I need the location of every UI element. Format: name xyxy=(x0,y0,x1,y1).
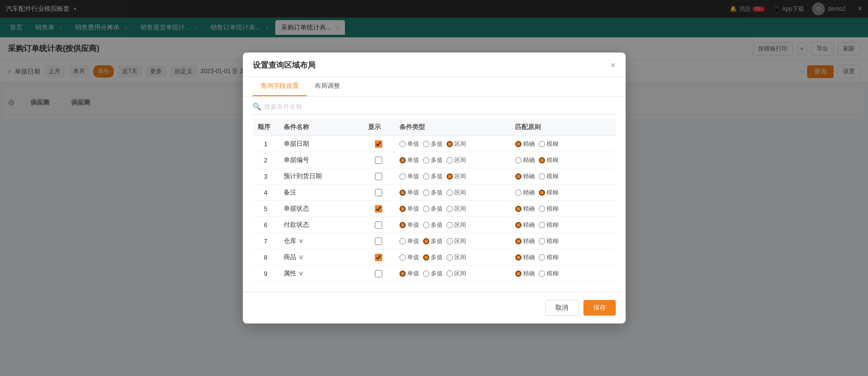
match-option-模糊-9[interactable]: 模糊 xyxy=(539,286,558,286)
row-type-5: 单值多值区间 xyxy=(395,217,510,233)
display-checkbox-3[interactable] xyxy=(375,189,382,196)
display-checkbox-6[interactable] xyxy=(375,238,382,245)
type-option-单值-9[interactable]: 单值 xyxy=(399,286,419,286)
display-checkbox-0[interactable] xyxy=(375,140,382,148)
match-option-模糊-2[interactable]: 模糊 xyxy=(539,172,558,181)
row-name-4: 单据状态 xyxy=(279,201,363,217)
display-checkbox-5[interactable] xyxy=(375,221,382,229)
type-option-区间-2[interactable]: 区间 xyxy=(447,172,466,181)
th-match: 匹配原则 xyxy=(510,119,616,136)
match-option-模糊-7[interactable]: 模糊 xyxy=(539,253,558,262)
row-name-3: 备注 xyxy=(279,185,363,201)
type-option-单值-6[interactable]: 单值 xyxy=(399,237,419,245)
table-row: 8商品 ∨单值多值区间精确模糊 xyxy=(253,249,616,266)
row-match-4: 精确模糊 xyxy=(510,201,616,217)
type-option-单值-2[interactable]: 单值 xyxy=(399,172,419,181)
row-name-2: 预计到货日期 xyxy=(279,168,363,185)
match-option-模糊-3[interactable]: 模糊 xyxy=(539,188,558,197)
match-option-精确-4[interactable]: 精确 xyxy=(515,205,535,213)
row-match-5: 精确模糊 xyxy=(510,217,616,233)
table-row: 6付款状态单值多值区间精确模糊 xyxy=(253,217,616,233)
row-match-3: 精确模糊 xyxy=(510,185,616,201)
row-type-1: 单值多值区间 xyxy=(395,152,510,168)
type-option-多值-9[interactable]: 多值 xyxy=(423,286,443,286)
settings-dialog: 设置查询区域布局 × 查询字段设置 布局调整 🔍 顺序 条件名称 xyxy=(243,53,626,323)
row-display-3 xyxy=(363,185,395,201)
type-option-单值-5[interactable]: 单值 xyxy=(399,221,419,229)
match-option-模糊-4[interactable]: 模糊 xyxy=(539,205,558,213)
row-match-2: 精确模糊 xyxy=(510,168,616,185)
row-name-5: 付款状态 xyxy=(279,217,363,233)
type-option-多值-3[interactable]: 多值 xyxy=(423,188,443,197)
type-option-区间-6[interactable]: 区间 xyxy=(447,237,466,245)
type-option-区间-8[interactable]: 区间 xyxy=(447,269,466,278)
row-name-6: 仓库 ∨ xyxy=(279,233,363,249)
cancel-btn[interactable]: 取消 xyxy=(545,300,579,316)
match-option-模糊-5[interactable]: 模糊 xyxy=(539,221,558,229)
match-option-模糊-6[interactable]: 模糊 xyxy=(539,237,558,245)
type-option-单值-3[interactable]: 单值 xyxy=(399,188,419,197)
dialog-close-btn[interactable]: × xyxy=(610,60,616,77)
dialog-tab-layout[interactable]: 布局调整 xyxy=(307,77,348,96)
dialog-header: 设置查询区域布局 × xyxy=(243,53,626,77)
row-type-8: 单值多值区间 xyxy=(395,266,510,282)
dialog-tabs: 查询字段设置 布局调整 xyxy=(243,77,626,97)
type-option-多值-4[interactable]: 多值 xyxy=(423,205,443,213)
display-checkbox-2[interactable] xyxy=(375,173,382,180)
row-display-2 xyxy=(363,168,395,185)
row-display-0 xyxy=(363,136,395,152)
match-option-精确-6[interactable]: 精确 xyxy=(515,237,535,245)
type-option-单值-1[interactable]: 单值 xyxy=(399,156,419,164)
type-option-单值-8[interactable]: 单值 xyxy=(399,269,419,278)
row-type-0: 单值多值区间 xyxy=(395,136,510,152)
row-order-4: 5 xyxy=(253,201,279,217)
table-row: 9属性 ∨单值多值区间精确模糊 xyxy=(253,266,616,282)
type-option-区间-3[interactable]: 区间 xyxy=(447,188,466,197)
table-row: 10有无商品图片单值多值区间精确模糊 xyxy=(253,282,616,286)
table-row: 4备注单值多值区间精确模糊 xyxy=(253,185,616,201)
type-option-单值-7[interactable]: 单值 xyxy=(399,253,419,262)
type-option-多值-8[interactable]: 多值 xyxy=(423,269,443,278)
type-option-区间-4[interactable]: 区间 xyxy=(447,205,466,213)
type-option-区间-5[interactable]: 区间 xyxy=(447,221,466,229)
dialog-tab-fields[interactable]: 查询字段设置 xyxy=(253,77,307,96)
match-option-精确-8[interactable]: 精确 xyxy=(515,269,535,278)
match-option-模糊-1[interactable]: 模糊 xyxy=(539,156,558,164)
dialog-title: 设置查询区域布局 xyxy=(253,60,316,77)
match-option-精确-2[interactable]: 精确 xyxy=(515,172,535,181)
type-option-多值-6[interactable]: 多值 xyxy=(423,237,443,245)
row-name-8: 属性 ∨ xyxy=(279,266,363,282)
match-option-精确-5[interactable]: 精确 xyxy=(515,221,535,229)
row-order-1: 2 xyxy=(253,152,279,168)
display-checkbox-8[interactable] xyxy=(375,270,382,277)
row-order-2: 3 xyxy=(253,168,279,185)
display-checkbox-1[interactable] xyxy=(375,157,382,164)
table-row: 5单据状态单值多值区间精确模糊 xyxy=(253,201,616,217)
type-option-单值-4[interactable]: 单值 xyxy=(399,205,419,213)
row-type-7: 单值多值区间 xyxy=(395,249,510,266)
match-option-精确-0[interactable]: 精确 xyxy=(515,140,535,148)
th-order: 顺序 xyxy=(253,119,279,136)
display-checkbox-7[interactable] xyxy=(375,254,382,261)
type-option-多值-7[interactable]: 多值 xyxy=(423,253,443,262)
search-input[interactable] xyxy=(264,103,362,110)
row-order-7: 8 xyxy=(253,249,279,266)
type-option-多值-0[interactable]: 多值 xyxy=(423,140,443,148)
match-option-精确-9[interactable]: 精确 xyxy=(515,286,535,286)
type-option-区间-0[interactable]: 区间 xyxy=(447,140,466,148)
save-btn[interactable]: 保存 xyxy=(583,300,616,316)
type-option-多值-1[interactable]: 多值 xyxy=(423,156,443,164)
type-option-多值-2[interactable]: 多值 xyxy=(423,172,443,181)
match-option-精确-7[interactable]: 精确 xyxy=(515,253,535,262)
match-option-精确-1[interactable]: 精确 xyxy=(515,156,535,164)
match-option-模糊-8[interactable]: 模糊 xyxy=(539,269,558,278)
type-option-区间-9[interactable]: 区间 xyxy=(447,286,466,286)
match-option-模糊-0[interactable]: 模糊 xyxy=(539,140,558,148)
type-option-单值-0[interactable]: 单值 xyxy=(399,140,419,148)
type-option-多值-5[interactable]: 多值 xyxy=(423,221,443,229)
type-option-区间-1[interactable]: 区间 xyxy=(447,156,466,164)
row-match-0: 精确模糊 xyxy=(510,136,616,152)
type-option-区间-7[interactable]: 区间 xyxy=(447,253,466,262)
display-checkbox-4[interactable] xyxy=(375,205,382,213)
match-option-精确-3[interactable]: 精确 xyxy=(515,188,535,197)
